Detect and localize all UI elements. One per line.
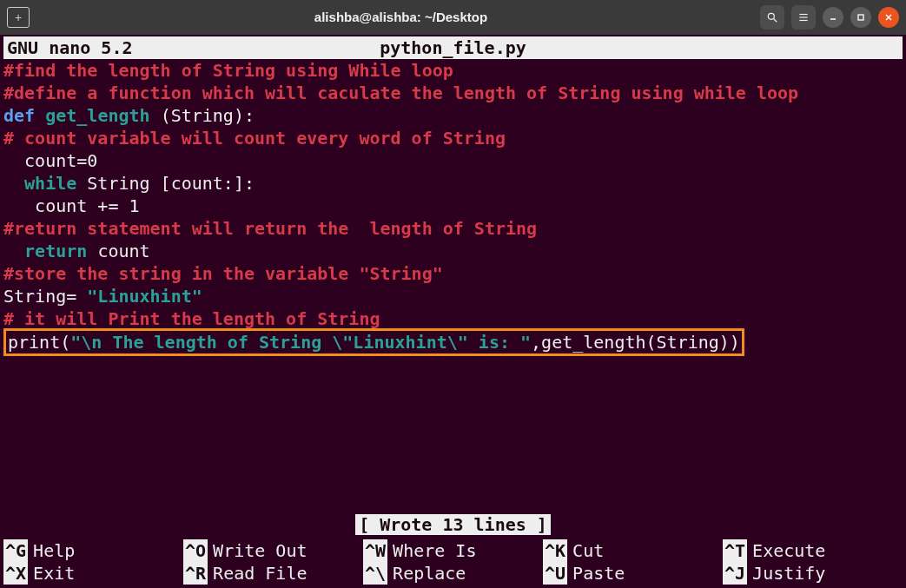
- svg-rect-6: [858, 15, 863, 20]
- code-comment: # it will Print the length of String: [3, 308, 380, 329]
- code-area[interactable]: #find the length of String using While l…: [3, 59, 903, 356]
- shortcut-replace[interactable]: ^\Replace: [363, 562, 543, 585]
- code-text: ,get_length(String)): [531, 332, 740, 353]
- shortcut-whereis[interactable]: ^WWhere Is: [363, 539, 543, 562]
- close-button[interactable]: [878, 7, 899, 28]
- shortcut-cut[interactable]: ^KCut: [543, 539, 723, 562]
- shortcut-justify[interactable]: ^JJustify: [723, 562, 903, 585]
- code-comment: #find the length of String using While l…: [3, 60, 453, 81]
- code-text: count=0: [3, 150, 97, 171]
- code-text: print(: [8, 332, 70, 353]
- code-identifier: get_length: [45, 105, 160, 126]
- shortcut-readfile[interactable]: ^RRead File: [183, 562, 363, 585]
- shortcut-execute[interactable]: ^TExecute: [723, 539, 903, 562]
- minimize-button[interactable]: [823, 7, 843, 28]
- nano-shortcuts: ^GHelp ^OWrite Out ^WWhere Is ^KCut ^TEx…: [3, 539, 903, 585]
- svg-line-1: [774, 19, 777, 23]
- code-text: String=: [3, 286, 87, 307]
- highlighted-line: print("\n The length of String \"Linuxhi…: [3, 328, 744, 356]
- svg-point-0: [768, 13, 774, 19]
- nano-header-bar: GNU nano 5.2 python_file.py: [3, 36, 903, 59]
- window-titlebar: alishba@alishba: ~/Desktop: [0, 0, 906, 35]
- shortcut-help[interactable]: ^GHelp: [3, 539, 183, 562]
- code-text: String [count:]:: [87, 173, 255, 194]
- code-text: count += 1: [3, 195, 140, 216]
- code-keyword: return: [3, 241, 97, 261]
- code-comment: #store the string in the variable "Strin…: [3, 263, 443, 284]
- nano-app-name: GNU nano 5.2: [7, 36, 304, 59]
- code-string: "\n The length of String \"Linuxhint\" i…: [70, 332, 531, 353]
- code-comment: # count variable will count every word o…: [3, 128, 506, 149]
- shortcut-paste[interactable]: ^UPaste: [543, 562, 723, 585]
- code-string: "Linuxhint": [87, 286, 202, 307]
- code-comment: #return statement will return the length…: [3, 218, 537, 239]
- nano-status-text: [ Wrote 13 lines ]: [355, 514, 551, 535]
- code-keyword: while: [3, 173, 87, 194]
- code-keyword: def: [3, 105, 45, 126]
- terminal-content[interactable]: GNU nano 5.2 python_file.py #find the le…: [0, 35, 906, 588]
- code-text: (String):: [161, 105, 255, 126]
- shortcut-exit[interactable]: ^XExit: [3, 562, 183, 585]
- code-comment: #define a function which will caculate t…: [3, 83, 798, 103]
- maximize-button[interactable]: [850, 7, 871, 28]
- new-tab-icon[interactable]: [7, 7, 30, 28]
- window-title: alishba@alishba: ~/Desktop: [42, 9, 760, 26]
- code-text: count: [97, 241, 149, 261]
- search-button[interactable]: [760, 5, 784, 30]
- shortcut-writeout[interactable]: ^OWrite Out: [183, 539, 363, 562]
- hamburger-menu-button[interactable]: [791, 5, 816, 30]
- nano-filename: python_file.py: [304, 36, 601, 59]
- nano-status-line: [ Wrote 13 lines ]: [0, 513, 906, 536]
